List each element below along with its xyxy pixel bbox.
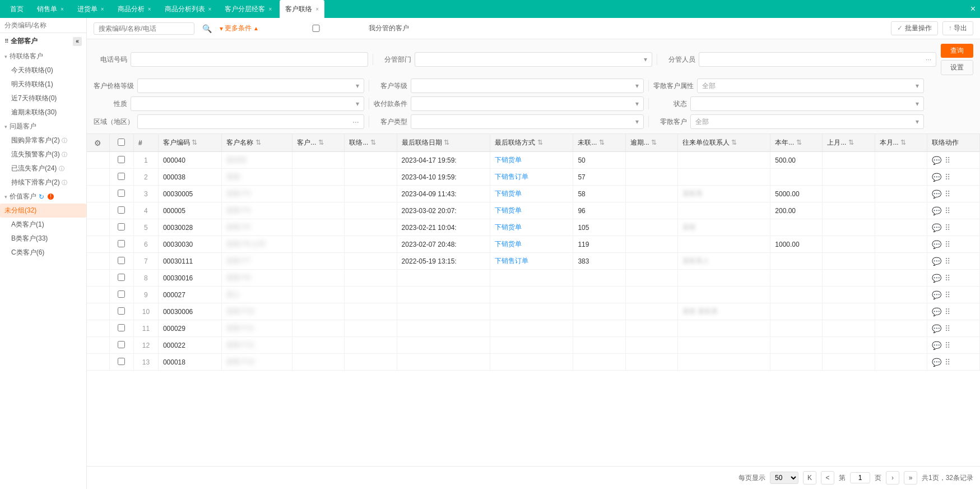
col-unit-contact[interactable]: 往来单位联系人 ⇅ — [677, 134, 770, 152]
payment-select[interactable]: ▾ — [411, 96, 644, 111]
price-level-select[interactable]: ▾ — [137, 79, 364, 93]
more-icon-10[interactable]: ⠿ — [945, 324, 950, 333]
row-name-4[interactable]: 某客户5 — [222, 219, 292, 236]
chat-icon-5[interactable]: 💬 — [932, 240, 941, 249]
row-check-6[interactable] — [118, 257, 125, 264]
query-button[interactable]: 查询 — [941, 44, 973, 58]
my-customers-checkbox[interactable] — [266, 25, 366, 32]
col-settings[interactable]: ⚙ — [87, 134, 109, 152]
more-conditions-btn[interactable]: ▾ 更多条件 ▲ — [220, 24, 259, 33]
col-this-year[interactable]: 本年... ⇅ — [770, 134, 823, 152]
row-check-1[interactable] — [118, 173, 125, 180]
last-way-link-4[interactable]: 下销货单 — [495, 223, 522, 231]
col-this-month[interactable]: 本月... ⇅ — [875, 134, 927, 152]
chat-icon-10[interactable]: 💬 — [932, 324, 941, 333]
row-check-0[interactable] — [118, 156, 125, 163]
last-way-link-1[interactable]: 下销售订单 — [495, 173, 528, 181]
chat-icon-1[interactable]: 💬 — [932, 173, 941, 182]
status-select[interactable]: ▾ — [690, 96, 924, 111]
more-icon-11[interactable]: ⠿ — [945, 341, 950, 350]
row-last-way-9[interactable] — [490, 303, 573, 320]
row-last-way-11[interactable] — [490, 337, 573, 354]
row-last-way-0[interactable]: 下销货单 — [490, 152, 573, 169]
row-name-2[interactable]: 某客户3 — [222, 186, 292, 202]
row-check-9[interactable] — [118, 307, 125, 315]
sidebar-search-input[interactable] — [4, 21, 87, 29]
row-name-7[interactable]: 某客户8 — [222, 270, 292, 287]
customer-level-select[interactable]: ▾ — [411, 79, 644, 93]
nav-customer-contact[interactable]: 客户联络 × — [280, 0, 324, 18]
collapse-sidebar-btn[interactable]: « — [73, 37, 82, 46]
row-last-way-1[interactable]: 下销售订单 — [490, 169, 573, 186]
row-check-5[interactable] — [118, 240, 125, 247]
more-icon-9[interactable]: ⠿ — [945, 307, 950, 316]
close-customer-contact-tab[interactable]: × — [315, 6, 319, 12]
more-icon-0[interactable]: ⠿ — [945, 156, 950, 165]
first-page-btn[interactable]: K — [803, 471, 816, 485]
last-way-link-3[interactable]: 下销货单 — [495, 206, 522, 214]
row-last-way-3[interactable]: 下销货单 — [490, 202, 573, 219]
nav-customer-segment[interactable]: 客户分层经客 × — [219, 0, 277, 18]
more-icon-12[interactable]: ⠿ — [945, 358, 950, 367]
nav-product-analysis[interactable]: 商品分析 × — [112, 0, 157, 18]
row-check-3[interactable] — [118, 206, 125, 214]
close-purchase-tab[interactable]: × — [101, 6, 104, 12]
sidebar-item-overdue[interactable]: 逾期未联络(30) — [0, 105, 86, 119]
row-name-1[interactable]: 某销 — [222, 169, 292, 186]
chat-icon-9[interactable]: 💬 — [932, 307, 941, 316]
col-last-month[interactable]: 上月... ⇅ — [823, 134, 875, 152]
row-last-way-2[interactable]: 下销货单 — [490, 186, 573, 202]
batch-ops-button[interactable]: ✓ 批量操作 — [891, 21, 937, 35]
scatter-attr-select[interactable]: 全部 ▾ — [697, 79, 924, 93]
row-last-way-4[interactable]: 下销货单 — [490, 219, 573, 236]
pending-contact-group[interactable]: ▾ 待联络客户 — [0, 49, 86, 63]
row-check-8[interactable] — [118, 290, 125, 298]
col-last-date[interactable]: 最后联络日期 ⇅ — [397, 134, 490, 152]
col-code[interactable]: 客户编码 ⇅ — [158, 134, 221, 152]
more-icon-5[interactable]: ⠿ — [945, 240, 950, 249]
sidebar-item-b-class[interactable]: B类客户(33) — [0, 232, 86, 246]
row-last-way-8[interactable] — [490, 287, 573, 303]
chat-icon-6[interactable]: 💬 — [932, 257, 941, 266]
nav-product-list[interactable]: 商品分析列表 × — [159, 0, 217, 18]
region-select[interactable]: ··· — [137, 114, 364, 129]
row-name-10[interactable]: 某客户11 — [222, 320, 292, 337]
row-name-5[interactable]: 某客户6 公司 — [222, 236, 292, 253]
sidebar-item-churned[interactable]: 已流失客户(24) ⓘ — [0, 162, 86, 176]
nature-select[interactable]: ▾ — [131, 96, 364, 111]
chat-icon-8[interactable]: 💬 — [932, 290, 941, 299]
chat-icon-2[interactable]: 💬 — [932, 190, 941, 199]
prev-page-btn[interactable]: < — [821, 471, 834, 485]
sidebar-item-a-class[interactable]: A类客户(1) — [0, 218, 86, 232]
row-name-11[interactable]: 某客户12 — [222, 337, 292, 354]
last-way-link-0[interactable]: 下销货单 — [495, 156, 522, 164]
row-name-6[interactable]: 某客户7 — [222, 253, 292, 270]
problem-customers-group[interactable]: ▾ 问题客户 — [0, 119, 86, 133]
all-customers-header[interactable]: ⠿ 全部客户 « — [0, 33, 86, 49]
row-name-9[interactable]: 某客户10 — [222, 303, 292, 320]
col-overdue[interactable]: 逾期... ⇅ — [625, 134, 677, 152]
current-page-input[interactable] — [850, 472, 870, 483]
col-not-contacted[interactable]: 未联... ⇅ — [573, 134, 625, 152]
manager-select[interactable]: ··· — [699, 52, 936, 67]
last-way-link-6[interactable]: 下销售订单 — [495, 257, 528, 265]
row-last-way-7[interactable] — [490, 270, 573, 287]
sidebar-item-7days[interactable]: 近7天待联络(0) — [0, 91, 86, 105]
last-way-link-5[interactable]: 下销货单 — [495, 240, 522, 248]
row-last-way-12[interactable] — [490, 354, 573, 371]
col-type[interactable]: 客户... ⇅ — [292, 134, 345, 152]
row-check-11[interactable] — [118, 341, 125, 348]
nav-purchase[interactable]: 进货单 × — [72, 0, 110, 18]
search-input[interactable] — [94, 22, 194, 35]
select-all-checkbox[interactable] — [118, 139, 125, 146]
customer-type-select[interactable]: ▾ — [411, 114, 644, 129]
col-name[interactable]: 客户名称 ⇅ — [222, 134, 292, 152]
settings-icon[interactable]: ⚙ — [94, 139, 101, 147]
sidebar-item-ungroup[interactable]: 未分组(32) — [0, 204, 86, 218]
chat-icon-3[interactable]: 💬 — [932, 206, 941, 215]
col-last-way[interactable]: 最后联络方式 ⇅ — [490, 134, 573, 152]
last-way-link-2[interactable]: 下销货单 — [495, 190, 522, 197]
row-check-12[interactable] — [118, 358, 125, 365]
phone-input[interactable] — [131, 52, 368, 67]
refresh-icon[interactable]: ↻ — [39, 193, 44, 201]
